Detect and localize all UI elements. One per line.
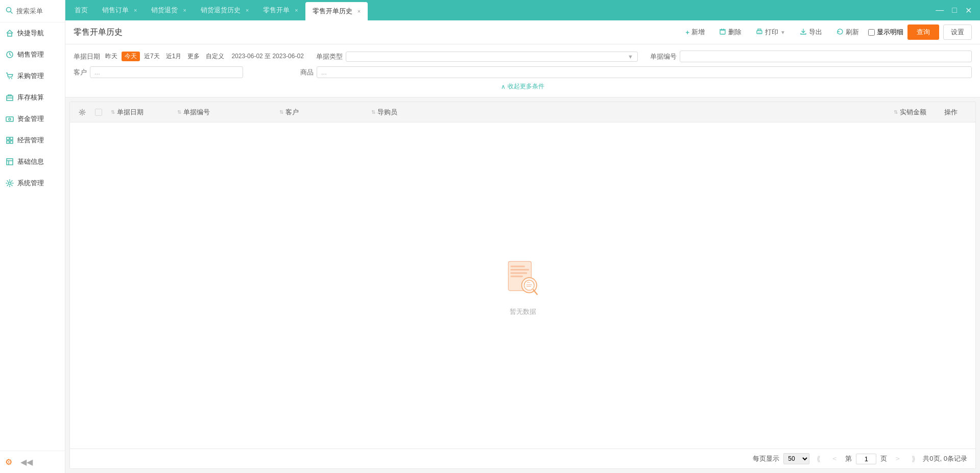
main-area: 首页 销售订单 × 销货退货 × 销货退货历史 × 零售开单 × 零售开单历史 … [65,0,980,473]
tab-retail-open-label: 零售开单 [263,6,290,15]
search-icon [5,6,13,16]
tab-sales-return-history-close[interactable]: × [246,7,249,13]
print-arrow-icon: ▼ [780,30,785,35]
tab-retail-open-close[interactable]: × [295,7,298,13]
sidebar-item-ops-mgmt[interactable]: 经营管理 [0,130,65,151]
date-btn-last7[interactable]: 近7天 [142,51,162,62]
settings-bottom-icon[interactable]: ⚙ [5,457,12,467]
delete-button[interactable]: 删除 [714,25,747,39]
svg-rect-11 [10,137,13,140]
th-amount-label: 实销金额 [900,108,926,117]
collapse-up-icon: ∧ [501,83,506,90]
refresh-button[interactable]: 刷新 [831,25,864,39]
page-input[interactable] [856,454,876,464]
table-icon [5,157,14,166]
sidebar-item-label: 快捷导航 [17,29,44,38]
tab-sales-return-close[interactable]: × [183,7,186,13]
svg-point-4 [9,78,10,79]
page-prev-btn[interactable]: ＜ [828,453,841,464]
query-button[interactable]: 查询 [907,24,939,40]
th-amount[interactable]: ⇅ 实销金额 [428,108,930,117]
th-client-sort-icon: ⇅ [279,109,283,115]
svg-rect-27 [510,269,529,270]
filter-product-label: 商品 [300,68,314,77]
sidebar-item-finance[interactable]: 资金管理 [0,108,65,130]
tab-sales-order-close[interactable]: × [134,7,137,13]
per-page-label: 每页显示 [753,454,779,463]
sidebar-item-inventory[interactable]: 库存核算 [0,87,65,108]
tab-home[interactable]: 首页 [67,0,95,20]
filter-customer-select[interactable]: ... [90,66,243,78]
filter-collapse-label: 收起更多条件 [508,82,544,91]
tab-sales-order[interactable]: 销售订单 × [95,0,144,20]
filter-collapse-btn[interactable]: ∧ 收起更多条件 [74,82,972,91]
setting-button[interactable]: 设置 [943,24,972,40]
sidebar-item-sales-mgmt[interactable]: 销售管理 [0,44,65,65]
header-checkbox[interactable] [95,109,102,116]
filter-date-item: 单据日期 昨天 今天 近7天 近1月 更多 自定义 2023-06-02 至 2… [74,51,304,62]
date-btn-today[interactable]: 今天 [122,52,140,61]
th-guide[interactable]: ⇅ 导购员 [367,108,428,117]
per-page-select[interactable]: 50 10 20 100 [783,453,809,464]
tabs-right-controls: — □ ✕ [934,4,978,17]
export-button[interactable]: 导出 [795,25,827,39]
th-client-label: 客户 [285,108,299,117]
delete-icon [719,28,726,37]
sidebar-item-label: 采购管理 [17,71,44,81]
filter-number-input[interactable] [680,51,972,62]
page-first-btn[interactable]: ⟪ [814,454,824,464]
th-client[interactable]: ⇅ 客户 [275,108,367,117]
date-btn-last1m[interactable]: 近1月 [164,51,184,62]
sidebar-item-purchase-mgmt[interactable]: 采购管理 [0,65,65,87]
window-maximize-btn[interactable]: □ [950,4,959,17]
add-button[interactable]: + 新增 [681,25,710,39]
sidebar-item-sys-mgmt[interactable]: 系统管理 [0,172,65,194]
sidebar-search-label: 搜索采单 [16,7,43,16]
tab-sales-return-history[interactable]: 销货退货历史 × [194,0,256,20]
sidebar-bottom: ⚙ ◀◀ [0,451,65,473]
tab-retail-history[interactable]: 零售开单历史 × [305,2,368,20]
print-button[interactable]: 打印 ▼ [751,25,791,39]
th-date[interactable]: ⇅ 单据日期 [107,108,173,117]
sidebar-search[interactable]: 搜索采单 [0,0,65,22]
window-minimize-btn[interactable]: — [934,4,946,17]
svg-rect-13 [10,141,13,143]
show-detail-checkbox-label[interactable]: 显示明细 [868,28,903,37]
date-btn-custom[interactable]: 自定义 [204,51,226,62]
th-op-label: 操作 [944,108,958,117]
date-btn-yesterday[interactable]: 昨天 [103,51,119,62]
gear-icon [5,179,14,188]
svg-rect-14 [7,159,13,165]
sidebar-item-base-info[interactable]: 基础信息 [0,151,65,172]
th-number[interactable]: ⇅ 单据编号 [173,108,275,117]
page-next-btn[interactable]: ＞ [891,453,904,464]
sidebar-item-quick-nav[interactable]: 快捷导航 [0,22,65,44]
show-detail-checkbox[interactable] [868,29,875,36]
th-check[interactable] [90,109,107,116]
tab-retail-open[interactable]: 零售开单 × [256,0,305,20]
chart-icon [5,50,14,59]
filter-product-select[interactable]: ... [317,66,972,78]
window-close-btn[interactable]: ✕ [963,4,974,17]
svg-point-17 [9,182,11,185]
tab-retail-history-close[interactable]: × [357,8,361,14]
tab-sales-return-history-label: 销货退货历史 [201,6,241,15]
th-op: 操作 [930,108,971,117]
th-date-sort-icon: ⇅ [111,109,115,115]
sidebar-item-label: 资金管理 [17,114,44,123]
page-label: 页 [880,454,887,463]
ops-icon [5,136,14,145]
money-icon [5,114,14,123]
collapse-sidebar-icon[interactable]: ◀◀ [20,457,33,467]
page-last-btn[interactable]: ⟫ [909,454,919,464]
filter-type-select[interactable]: ▼ [346,52,638,62]
filter-number-item: 单据编号 [650,51,972,62]
th-guide-sort-icon: ⇅ [371,109,375,115]
th-settings[interactable] [74,109,90,116]
toolbar: 零售开单历史 + 新增 删除 打印 ▼ [65,20,980,44]
tab-sales-return[interactable]: 销货退货 × [144,0,193,20]
filter-customer-item: 客户 ... [74,66,278,78]
svg-point-31 [524,280,534,290]
date-btn-more[interactable]: 更多 [185,51,202,62]
svg-point-9 [9,118,11,120]
